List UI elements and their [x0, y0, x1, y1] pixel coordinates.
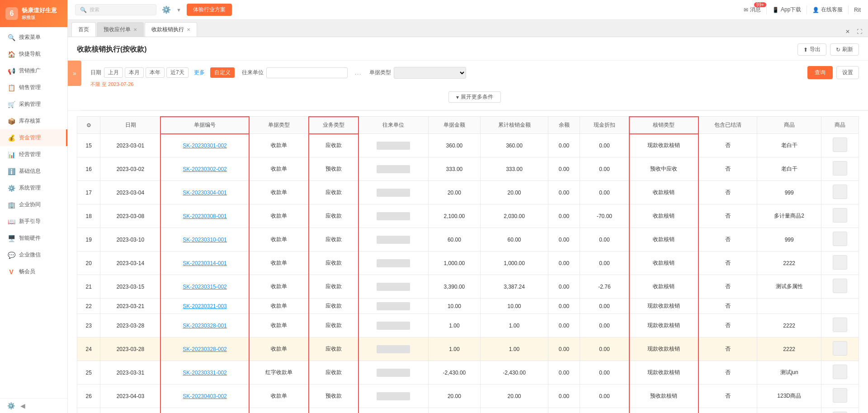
cell-partner: ████	[359, 361, 429, 385]
bill-no-link[interactable]: SK-20230403-002	[183, 393, 226, 399]
tab-prepay[interactable]: 预收应付单 ✕	[97, 22, 144, 37]
user-name[interactable]: Rit	[854, 7, 861, 13]
date-custom-btn[interactable]: 自定义	[210, 67, 235, 78]
sidebar-item-sales[interactable]: 📋 销售管理	[0, 79, 67, 96]
sidebar-item-finance[interactable]: 💰 资金管理	[0, 129, 67, 146]
cell-include-settled: 否	[698, 314, 757, 337]
cell-bill-no[interactable]: SK-20230304-001	[160, 181, 249, 204]
refresh-button[interactable]: ↻ 刷新	[830, 43, 859, 56]
cell-bill-no[interactable]: SK-20230328-001	[160, 314, 249, 337]
sidebar-item-wechat[interactable]: 💬 企业微信	[0, 247, 67, 263]
collapse-sidebar-icon[interactable]: ◀	[20, 402, 25, 409]
cell-bill-no[interactable]: SK-20230328-002	[160, 337, 249, 361]
date-7days-btn[interactable]: 近7天	[166, 67, 189, 78]
solution-button[interactable]: 体验行业方案	[187, 4, 232, 16]
cell-bill-no[interactable]: SK-20230314-001	[160, 252, 249, 275]
bill-no-link[interactable]: SK-20230328-001	[183, 323, 226, 329]
table-row: 162023-03-02SK-20230302-002收款单预收款████333…	[77, 157, 859, 181]
sidebar-item-guide[interactable]: 📖 新手引导	[0, 213, 67, 230]
table-header-row: ⚙ 日期 单据编号 单据类型 业务类型 往来单位 单据金额 累计核销金额 余额 …	[77, 117, 859, 134]
cell-goods-img	[821, 134, 859, 157]
date-more-btn[interactable]: 更多	[190, 68, 208, 77]
cell-amount: 2,100.00	[429, 204, 481, 228]
cell-goods: 测试多属性	[757, 275, 821, 299]
bill-no-link[interactable]: SK-20230331-002	[183, 370, 226, 376]
cell-partner: ████	[359, 134, 429, 157]
sidebar-item-member[interactable]: V 畅会员	[0, 263, 67, 280]
sidebar-item-system[interactable]: ⚙️ 系统管理	[0, 180, 67, 196]
bill-no-link[interactable]: SK-20230321-003	[183, 303, 226, 309]
settings-gear-icon[interactable]: ⚙️	[162, 5, 171, 14]
cell-bill-no[interactable]: SK-20230315-002	[160, 275, 249, 299]
search-box[interactable]: 🔍 搜索	[75, 4, 156, 15]
date-this-month-btn[interactable]: 本月	[125, 67, 144, 78]
table-row: 252023-03-31SK-20230331-002红字收款单应收款████-…	[77, 361, 859, 385]
cell-partner: ████	[359, 385, 429, 408]
cell-bill-no[interactable]: SK-20230403-002	[160, 385, 249, 408]
query-button[interactable]: 查询	[807, 66, 833, 79]
bill-no-link[interactable]: SK-20230302-002	[183, 166, 226, 172]
cell-bill-no[interactable]: SK-20230331-002	[160, 361, 249, 385]
tab-close-all-icon[interactable]: ✕	[843, 27, 853, 37]
col-settings[interactable]: ⚙	[77, 117, 100, 134]
cell-cash-discount: 0.00	[580, 181, 629, 204]
date-last-month-btn[interactable]: 上月	[104, 67, 123, 78]
bill-no-link[interactable]: SK-20230308-001	[183, 213, 226, 219]
tab-maximize-icon[interactable]: ⛶	[854, 27, 864, 37]
hardware-icon: 🖥️	[7, 235, 15, 242]
sidebar-item-purchase[interactable]: 🛒 采购管理	[0, 96, 67, 113]
sidebar-item-enterprise[interactable]: 🏢 企业协同	[0, 196, 67, 213]
cell-goods: 999	[757, 181, 821, 204]
cell-cum-amount: 1,000.00	[480, 252, 548, 275]
cell-bill-no[interactable]: SK-20230302-002	[160, 157, 249, 181]
sidebar-item-inventory[interactable]: 📦 库存核算	[0, 113, 67, 129]
bill-no-link[interactable]: SK-20230304-001	[183, 190, 226, 196]
app-download-button[interactable]: 📱 App下载	[772, 6, 801, 14]
filter-setting-button[interactable]: 设置	[836, 66, 859, 79]
bill-no-link[interactable]: SK-20230310-001	[183, 237, 226, 243]
cell-include-settled: 否	[698, 361, 757, 385]
sidebar-item-hardware[interactable]: 🖥️ 智能硬件	[0, 230, 67, 247]
bill-no-link[interactable]: SK-20230314-001	[183, 260, 226, 266]
sidebar-item-search[interactable]: 🔍 搜索菜单	[0, 29, 67, 46]
date-this-year-btn[interactable]: 本年	[146, 67, 165, 78]
cell-partner: ████	[359, 299, 429, 314]
message-button[interactable]: ✉ 消息 99+	[744, 6, 761, 14]
col-goods: 商品	[757, 117, 821, 134]
search-icon: 🔍	[80, 7, 87, 13]
cell-bill-no[interactable]: SK-20230408-001	[160, 408, 249, 413]
sidebar-item-marketing[interactable]: 📢 营销推广	[0, 62, 67, 79]
bill-no-link[interactable]: SK-20230301-002	[183, 142, 226, 149]
cell-bill-no[interactable]: SK-20230301-002	[160, 134, 249, 157]
table-row: 242023-03-28SK-20230328-002收款单应收款████1.0…	[77, 337, 859, 361]
expand-conditions-button[interactable]: ▾ 展开更多条件	[448, 91, 501, 103]
table-container: ⚙ 日期 单据编号 单据类型 业务类型 往来单位 单据金额 累计核销金额 余额 …	[68, 111, 868, 413]
sidebar-item-label: 经营管理	[19, 151, 41, 158]
col-cum-amount: 累计核销金额	[480, 117, 548, 134]
cell-bill-no[interactable]: SK-20230308-001	[160, 204, 249, 228]
tab-prepay-close-icon[interactable]: ✕	[133, 27, 137, 32]
export-button[interactable]: ⬆ 导出	[797, 43, 826, 56]
table-row: 152023-03-01SK-20230301-002收款单应收款████360…	[77, 134, 859, 157]
col-biz-type: 业务类型	[309, 117, 359, 134]
settings-bottom-icon[interactable]: ⚙️	[7, 402, 15, 409]
cell-bill-no[interactable]: SK-20230310-001	[160, 228, 249, 252]
tab-collection[interactable]: 收款核销执行 ✕	[145, 22, 197, 37]
filter-row-1: 日期 上月 本月 本年 近7天 更多 自定义 往来单位	[90, 66, 859, 79]
online-service-button[interactable]: 👤 在线客服	[812, 6, 843, 14]
partner-filter-input[interactable]	[266, 67, 348, 78]
cell-goods-img	[821, 385, 859, 408]
cell-bill-type: 收款单	[249, 204, 309, 228]
sidebar-item-basic[interactable]: ℹ️ 基础信息	[0, 163, 67, 180]
cell-bill-no[interactable]: SK-20230321-003	[160, 299, 249, 314]
sidebar-item-operations[interactable]: 📊 经营管理	[0, 146, 67, 163]
sidebar-item-label: 智能硬件	[19, 234, 41, 242]
filter-collapse-button[interactable]: »	[68, 61, 81, 86]
tab-collection-close-icon[interactable]: ✕	[187, 27, 190, 32]
tab-home[interactable]: 首页	[71, 22, 96, 37]
voucher-type-select[interactable]	[394, 67, 466, 79]
bill-no-link[interactable]: SK-20230328-002	[183, 346, 226, 352]
bill-no-link[interactable]: SK-20230315-002	[183, 284, 226, 290]
sidebar-item-quick-nav[interactable]: 🏠 快捷导航	[0, 46, 67, 62]
cell-verify-type: 现款收款核销	[629, 361, 698, 385]
